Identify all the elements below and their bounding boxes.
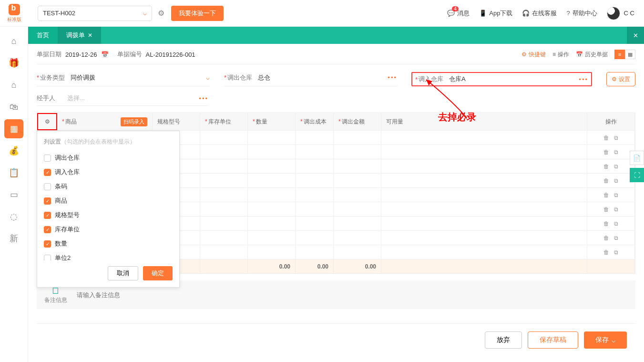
support-link[interactable]: 🎧 在线客服 bbox=[522, 9, 557, 18]
logo: 标准版 bbox=[0, 4, 28, 23]
tenant-select[interactable]: TEST-H002 ⌵ bbox=[38, 6, 152, 21]
question-icon: ? bbox=[566, 10, 570, 17]
headset-icon: 🎧 bbox=[522, 10, 530, 17]
app-download-link[interactable]: 📱 App下载 bbox=[479, 9, 512, 18]
help-link[interactable]: ? 帮助中心 bbox=[566, 9, 597, 18]
edition-label: 标准版 bbox=[7, 16, 21, 23]
message-badge: 4 bbox=[452, 6, 459, 11]
trial-button[interactable]: 我要体验一下 bbox=[171, 6, 224, 21]
avatar[interactable] bbox=[607, 7, 620, 20]
chevron-down-icon: ⌵ bbox=[143, 10, 147, 17]
mobile-icon: 📱 bbox=[479, 10, 487, 17]
tenant-name: TEST-H002 bbox=[43, 10, 75, 17]
messages-link[interactable]: 💬 消息 4 bbox=[447, 9, 470, 18]
app-header: 标准版 TEST-H002 ⌵ ⚙ 我要体验一下 💬 消息 4 📱 App下载 … bbox=[0, 0, 644, 27]
logo-icon bbox=[9, 4, 20, 15]
gear-icon[interactable]: ⚙ bbox=[158, 9, 164, 18]
user-name[interactable]: C C bbox=[624, 10, 634, 17]
